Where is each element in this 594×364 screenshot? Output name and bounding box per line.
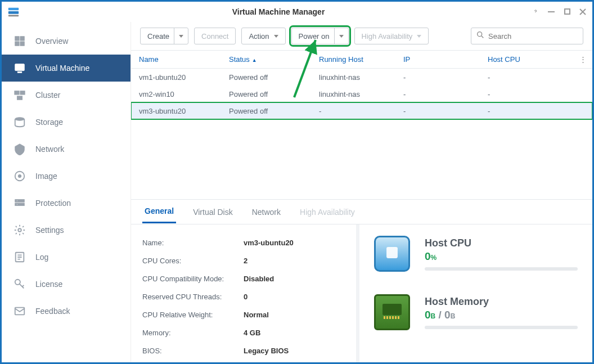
sidebar-item-overview[interactable]: Overview: [2, 28, 130, 55]
column-cpu[interactable]: Host CPU: [480, 55, 579, 64]
tab-general[interactable]: General: [142, 200, 176, 223]
envelope-icon: [13, 304, 26, 318]
column-name[interactable]: Name: [131, 55, 221, 64]
sidebar-item-storage[interactable]: Storage: [2, 109, 130, 136]
detail-metrics: Host CPU 0% Host Memory: [359, 224, 592, 362]
svg-rect-1: [8, 11, 19, 14]
chevron-down-icon[interactable]: [334, 28, 348, 44]
create-button[interactable]: Create: [140, 28, 188, 44]
cpu-icon: [382, 243, 402, 264]
svg-rect-4: [565, 9, 570, 14]
overview-icon: [13, 34, 26, 48]
sidebar-item-label: Storage: [35, 118, 63, 127]
sidebar-item-label: Protection: [35, 199, 71, 208]
app-window: Virtual Machine Manager Overview Virtual…: [0, 0, 594, 364]
column-menu-icon[interactable]: ⋮: [579, 55, 592, 64]
chevron-down-icon[interactable]: [174, 28, 188, 44]
tab-virtual-disk[interactable]: Virtual Disk: [191, 201, 235, 223]
metric-title: Host Memory: [425, 296, 578, 308]
tab-high-availability[interactable]: High Availability: [298, 201, 357, 223]
svg-point-16: [18, 174, 21, 178]
table-row[interactable]: vm2-win10 Powered off linuxhint-nas - -: [131, 86, 592, 102]
search-box[interactable]: [471, 28, 583, 44]
maximize-icon[interactable]: [563, 8, 571, 16]
power-on-button[interactable]: Power on: [291, 28, 349, 44]
sidebar-item-license[interactable]: License: [2, 271, 130, 298]
table-row[interactable]: vm3-ubuntu20 Powered off - - -: [131, 102, 592, 119]
sidebar-item-label: Feedback: [35, 307, 70, 316]
storage-icon: [13, 115, 26, 129]
sidebar-item-cluster[interactable]: Cluster: [2, 82, 130, 109]
svg-rect-27: [382, 304, 402, 315]
sidebar-item-image[interactable]: Image: [2, 163, 130, 190]
column-ip[interactable]: IP: [395, 55, 480, 64]
search-input[interactable]: [488, 32, 583, 41]
column-status[interactable]: Status▲: [221, 55, 311, 64]
svg-rect-32: [395, 316, 397, 319]
column-host[interactable]: Running Host: [311, 55, 395, 64]
svg-point-14: [15, 118, 25, 121]
svg-rect-10: [17, 71, 21, 73]
protection-icon: [13, 196, 26, 210]
svg-rect-11: [15, 91, 19, 95]
minimize-icon[interactable]: [547, 8, 555, 16]
svg-rect-31: [392, 316, 394, 319]
sidebar: Overview Virtual Machine Cluster Storage…: [2, 22, 131, 362]
sidebar-item-network[interactable]: Network: [2, 136, 130, 163]
metric-value: 0%: [425, 250, 578, 263]
svg-rect-6: [20, 37, 24, 41]
cluster-icon: [13, 88, 26, 102]
table-header: Name Status▲ Running Host IP Host CPU ⋮: [131, 51, 592, 69]
progress-bar: [425, 326, 578, 329]
image-icon: [13, 169, 26, 183]
svg-point-20: [17, 204, 18, 205]
svg-rect-5: [15, 37, 19, 41]
svg-rect-7: [15, 42, 19, 46]
sidebar-item-label: Cluster: [35, 91, 60, 100]
memory-icon: [381, 303, 403, 322]
svg-rect-29: [386, 316, 388, 319]
table-row[interactable]: vm1-ubuntu20 Powered off linuxhint-nas -…: [131, 69, 592, 86]
svg-rect-8: [20, 42, 24, 46]
search-icon: [476, 30, 488, 42]
sidebar-item-label: Log: [35, 253, 48, 262]
host-memory-metric: Host Memory 0B / 0B: [374, 294, 578, 330]
svg-rect-3: [548, 11, 555, 12]
chevron-down-icon: [417, 35, 421, 38]
detail-properties: Name:vm3-ubuntu20 CPU Cores:2 CPU Compat…: [131, 224, 356, 362]
help-icon[interactable]: [532, 8, 539, 16]
sidebar-item-feedback[interactable]: Feedback: [2, 298, 130, 325]
vm-table: Name Status▲ Running Host IP Host CPU ⋮ …: [131, 50, 592, 119]
sidebar-item-label: Network: [35, 145, 64, 154]
toolbar: Create Connect Action Power on High Avai…: [131, 22, 592, 50]
sidebar-item-label: License: [35, 280, 62, 289]
metric-value: 0B / 0B: [425, 309, 578, 321]
sidebar-item-settings[interactable]: Settings: [2, 217, 130, 244]
progress-bar: [425, 267, 578, 271]
sidebar-item-label: Overview: [35, 37, 68, 46]
tab-network[interactable]: Network: [250, 201, 283, 223]
window-title: Virtual Machine Manager: [25, 7, 532, 16]
svg-rect-33: [398, 316, 399, 319]
svg-rect-28: [384, 316, 385, 319]
chevron-down-icon: [274, 35, 278, 38]
gear-icon: [13, 223, 26, 237]
sidebar-item-virtual-machine[interactable]: Virtual Machine: [2, 55, 130, 82]
main-panel: Create Connect Action Power on High Avai…: [131, 22, 592, 362]
close-icon[interactable]: [579, 8, 587, 16]
action-button[interactable]: Action: [241, 28, 285, 44]
sidebar-item-protection[interactable]: Protection: [2, 190, 130, 217]
sidebar-item-label: Settings: [35, 226, 64, 235]
sidebar-item-label: Image: [35, 172, 57, 181]
window-controls: [532, 8, 587, 16]
sidebar-item-log[interactable]: Log: [2, 244, 130, 271]
svg-rect-26: [386, 247, 398, 258]
log-icon: [13, 250, 26, 264]
vm-icon: [13, 61, 26, 75]
sidebar-item-label: Virtual Machine: [35, 64, 89, 73]
detail-tabs: General Virtual Disk Network High Availa…: [131, 200, 592, 224]
titlebar: Virtual Machine Manager: [2, 2, 592, 22]
high-availability-button[interactable]: High Availability: [354, 28, 429, 44]
connect-button[interactable]: Connect: [194, 28, 236, 44]
svg-point-19: [17, 200, 18, 201]
